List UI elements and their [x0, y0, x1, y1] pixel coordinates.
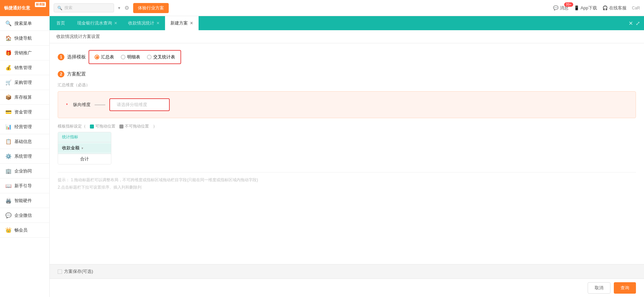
dropdown-arrow-icon[interactable]: ▾ [118, 5, 120, 10]
step1-num: 1 [58, 54, 64, 60]
sidebar-item-basic[interactable]: 📋 基础信息 [0, 134, 49, 149]
settings-icon[interactable]: ⚙ [124, 5, 129, 11]
sidebar-item-purchase[interactable]: 🛒 采购管理 [0, 75, 49, 90]
sidebar-item-quick-nav[interactable]: 🏠 快捷导航 [0, 31, 49, 46]
tabbar-actions: ✕ ⤢ [629, 20, 644, 27]
tab-bank[interactable]: 现金银行流水查询 ✕ [72, 16, 123, 30]
download-label: App下载 [581, 5, 597, 11]
app-name: 畅捷通好生意 [4, 5, 30, 11]
page-header: 收款情况统计方案设置 [50, 30, 644, 43]
action-bar: 取消 查询 [50, 279, 644, 297]
headset-icon: 🎧 [602, 5, 608, 10]
col1-label: 收款金额 [62, 145, 79, 151]
sidebar-item-label: 畅会员 [14, 227, 28, 233]
footer-save: 方案保存(可选) [50, 264, 644, 279]
cart-icon: 🛒 [5, 80, 12, 86]
close-receipt-tab-icon[interactable]: ✕ [156, 21, 160, 26]
industry-btn[interactable]: 体验行业方案 [133, 3, 169, 13]
close-new-tab-icon[interactable]: ✕ [190, 21, 193, 26]
close-window-icon[interactable]: ✕ [629, 20, 633, 27]
sidebar-item-label: 营销推广 [14, 50, 32, 56]
sidebar-item-label: 基础信息 [14, 139, 32, 145]
sidebar-item-operations[interactable]: 📊 经营管理 [0, 119, 49, 134]
radio-cross[interactable]: 交叉统计表 [147, 54, 175, 60]
draggable-color-box [90, 125, 94, 129]
template-select: 汇总表 明细表 交叉统计表 [89, 50, 181, 64]
tab-new[interactable]: 新建方案 ✕ [165, 16, 199, 30]
tab-receipt-label: 收款情况统计 [128, 20, 154, 26]
main-area: 🔍 搜索 ▾ ⚙ 体验行业方案 💬 消息 99+ 📱 App下载 🎧 在线客服 … [50, 0, 644, 297]
metrics-setting-label: 模板指标设定（ [58, 123, 86, 129]
stats-label: 统计指标 [62, 134, 78, 140]
tabbar: 首页 现金银行流水查询 ✕ 收款情况统计 ✕ 新建方案 ✕ ✕ ⤢ [50, 16, 644, 30]
sidebar-item-label: 销售管理 [14, 65, 32, 71]
required-mark: * [66, 102, 68, 107]
fixed-legend: 不可拖动位置 [119, 123, 149, 129]
sidebar-item-wechat[interactable]: 💬 企业微信 [0, 208, 49, 223]
chart-icon: 📊 [5, 124, 12, 130]
message-icon: 💬 [553, 5, 558, 10]
dimension-select[interactable]: 请选择分组维度 [109, 98, 170, 111]
dimension-area: * 纵向维度 —— 请选择分组维度 [58, 91, 636, 118]
sidebar-item-label: 企业协同 [14, 168, 32, 174]
sidebar-item-corp[interactable]: 🏢 企业协同 [0, 164, 49, 179]
topbar: 🔍 搜索 ▾ ⚙ 体验行业方案 💬 消息 99+ 📱 App下载 🎧 在线客服 … [50, 0, 644, 16]
tab-home[interactable]: 首页 [50, 16, 72, 30]
sidebar-item-system[interactable]: ⚙️ 系统管理 [0, 149, 49, 164]
step1-header: 1 选择模板 汇总表 明细表 交叉统计表 [58, 50, 636, 64]
sidebar-item-member[interactable]: 👑 畅会员 [0, 223, 49, 238]
radio-summary[interactable]: 汇总表 [95, 54, 114, 60]
topbar-right: 💬 消息 99+ 📱 App下载 🎧 在线客服 CaR [553, 5, 640, 11]
sidebar-item-hardware[interactable]: 🖨️ 智能硬件 [0, 193, 49, 208]
user-label[interactable]: CaR [632, 6, 640, 10]
sidebar-item-label: 搜索菜单 [14, 20, 32, 27]
sidebar-item-search[interactable]: 🔍 搜索菜单 [0, 16, 49, 31]
arrow-icon: —— [95, 102, 105, 108]
step1-title: 选择模板 [67, 54, 86, 60]
building-icon: 🏢 [5, 168, 12, 174]
tab-receipt[interactable]: 收款情况统计 ✕ [123, 16, 165, 30]
search-placeholder: 搜索 [64, 5, 72, 11]
tab-home-label: 首页 [56, 20, 65, 26]
breadcrumb: 收款情况统计方案设置 [56, 34, 100, 39]
sidebar-item-label: 智能硬件 [14, 198, 32, 204]
col-dropdown-icon[interactable]: ▾ [82, 146, 83, 150]
radio-detail[interactable]: 明细表 [121, 54, 140, 60]
dimension-config-label: 汇总维度（必选） [58, 82, 636, 88]
metrics-total-row: 合计 [58, 154, 111, 164]
query-button[interactable]: 查询 [614, 282, 636, 294]
sidebar-item-inventory[interactable]: 📦 库存核算 [0, 90, 49, 105]
sidebar-item-sales[interactable]: 💰 销售管理 [0, 60, 49, 75]
search-box[interactable]: 🔍 搜索 [54, 3, 114, 12]
sidebar-logo: 畅捷通好生意 标准版 [0, 0, 49, 16]
gift-icon: 🎁 [5, 50, 12, 56]
cancel-button[interactable]: 取消 [588, 282, 610, 294]
card-icon: 💳 [5, 109, 12, 115]
total-label: 合计 [80, 156, 89, 161]
service-label: 在线客服 [609, 5, 627, 11]
printer-icon: 🖨️ [5, 198, 12, 204]
radio-detail-label: 明细表 [127, 54, 140, 60]
step2-title: 方案配置 [67, 71, 86, 77]
metrics-section: 模板指标设定（ 可拖动位置 不可拖动位置 ） 统计指标 [58, 123, 636, 165]
close-bank-tab-icon[interactable]: ✕ [114, 21, 117, 26]
clipboard-icon: 📋 [5, 139, 12, 145]
maximize-icon[interactable]: ⤢ [636, 20, 640, 27]
metrics-legend: 模板指标设定（ 可拖动位置 不可拖动位置 ） [58, 123, 636, 129]
service-btn[interactable]: 🎧 在线客服 [602, 5, 627, 11]
save-checkbox[interactable] [58, 269, 62, 274]
save-label: 方案保存(可选) [64, 268, 93, 275]
step2-num: 2 [58, 71, 64, 78]
money-icon: 💰 [5, 65, 12, 71]
sidebar-item-guide[interactable]: 📖 新手引导 [0, 179, 49, 193]
legend-close: ） [153, 123, 157, 129]
fixed-color-box [119, 125, 123, 129]
radio-cross-circle [147, 55, 152, 59]
sidebar-item-finance[interactable]: 💳 资金管理 [0, 105, 49, 119]
message-btn[interactable]: 💬 消息 99+ [553, 5, 569, 11]
tab-new-label: 新建方案 [170, 20, 188, 26]
col1-cell[interactable]: 收款金额 ▾ [58, 144, 111, 152]
sidebar-item-marketing[interactable]: 🎁 营销推广 [0, 46, 49, 60]
download-btn[interactable]: 📱 App下载 [574, 5, 597, 11]
sidebar-item-label: 系统管理 [14, 153, 32, 159]
